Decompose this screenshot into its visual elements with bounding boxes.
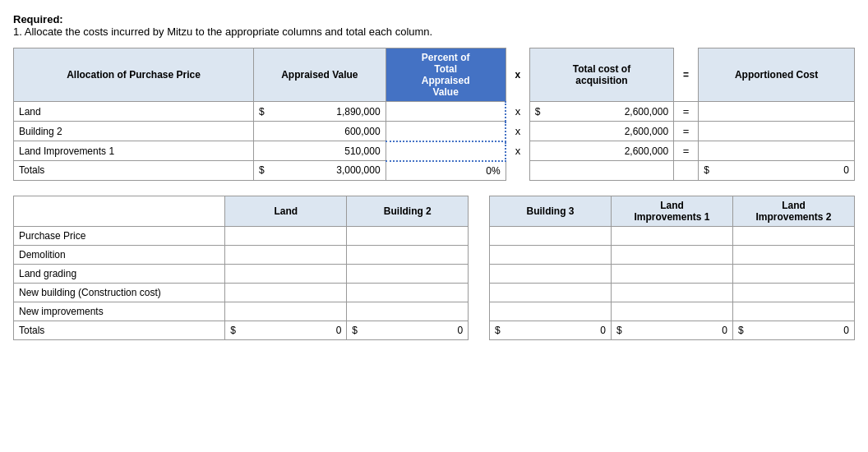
nb-building2[interactable] — [347, 283, 469, 302]
appraised-total: $ 3,000,000 — [254, 161, 386, 181]
nb-land-imp1[interactable] — [611, 283, 732, 302]
total-cost-total — [529, 161, 673, 181]
bottom-table: Land Building 2 Building 3 Land Improvem… — [13, 196, 855, 340]
ni-building3[interactable] — [490, 302, 612, 321]
instructions: Required: 1. Allocate the costs incurred… — [13, 13, 855, 38]
col-header-percent: Percent of Total Appraised Value — [386, 48, 506, 102]
dem-building2[interactable] — [347, 245, 469, 264]
x-building2: x — [506, 122, 529, 141]
ni-land[interactable] — [225, 302, 347, 321]
table-row: New improvements — [14, 302, 855, 321]
nb-building3[interactable] — [490, 283, 612, 302]
empty-cell — [469, 302, 490, 321]
row-new-building: New building (Construction cost) — [14, 283, 225, 302]
col-header-alloc: Allocation of Purchase Price — [14, 48, 254, 102]
percent-land-imp1[interactable] — [386, 141, 506, 161]
row-purchase-price: Purchase Price — [14, 226, 225, 245]
row-label-land-imp1: Land Improvements 1 — [14, 141, 254, 161]
apportioned-building2[interactable] — [699, 122, 855, 141]
lg-land-imp1[interactable] — [611, 264, 732, 283]
pp-land-imp2[interactable] — [732, 226, 854, 245]
table-row: Land $ 1,890,000 x $ 2,600,000 = — [14, 102, 855, 122]
total-land-imp1: $0 — [611, 321, 732, 339]
bottom-col-header-land: Land — [225, 196, 347, 226]
percent-land[interactable] — [386, 102, 506, 122]
row-totals-bottom: Totals — [14, 321, 225, 339]
ni-land-imp1[interactable] — [611, 302, 732, 321]
total-cost-land: $ 2,600,000 — [529, 102, 673, 122]
equals-land: = — [674, 102, 699, 122]
appraised-land: $ 1,890,000 — [254, 102, 386, 122]
table-row: Building 2 600,000 x 2,600,000 = — [14, 122, 855, 141]
col-header-apportioned: Apportioned Cost — [699, 48, 855, 102]
appraised-land-imp1: 510,000 — [254, 141, 386, 161]
dem-land-imp2[interactable] — [732, 245, 854, 264]
row-new-improvements: New improvements — [14, 302, 225, 321]
equals-land-imp1: = — [674, 141, 699, 161]
dem-land[interactable] — [225, 245, 347, 264]
col-header-appraised: Appraised Value — [254, 48, 386, 102]
bottom-col-header-building2: Building 2 — [347, 196, 469, 226]
row-land-grading: Land grading — [14, 264, 225, 283]
empty-cell — [469, 283, 490, 302]
dem-building3[interactable] — [490, 245, 612, 264]
row-demolition: Demolition — [14, 245, 225, 264]
empty-cell — [469, 264, 490, 283]
top-table: Allocation of Purchase Price Appraised V… — [13, 48, 855, 181]
bottom-col-header-empty — [14, 196, 225, 226]
ni-building2[interactable] — [347, 302, 469, 321]
total-building2: $0 — [347, 321, 469, 339]
nb-land-imp2[interactable] — [732, 283, 854, 302]
row-label-building2: Building 2 — [14, 122, 254, 141]
table-row-totals-bottom: Totals $0 $0 $0 $0 $0 — [14, 321, 855, 339]
col-header-equals: = — [674, 48, 699, 102]
table-row: New building (Construction cost) — [14, 283, 855, 302]
ni-land-imp2[interactable] — [732, 302, 854, 321]
percent-building2[interactable] — [386, 122, 506, 141]
apportioned-total: $ 0 — [699, 161, 855, 181]
pp-land-imp1[interactable] — [611, 226, 732, 245]
nb-land[interactable] — [225, 283, 347, 302]
table-row: Land Improvements 1 510,000 x 2,600,000 … — [14, 141, 855, 161]
bottom-col-header-empty2 — [469, 196, 490, 226]
x-total — [506, 161, 529, 181]
row-label-land: Land — [14, 102, 254, 122]
apportioned-land-imp1[interactable] — [699, 141, 855, 161]
empty-cell — [469, 245, 490, 264]
lg-land[interactable] — [225, 264, 347, 283]
total-cost-building2: 2,600,000 — [529, 122, 673, 141]
apportioned-land[interactable] — [699, 102, 855, 122]
total-cost-land-imp1: 2,600,000 — [529, 141, 673, 161]
lg-building3[interactable] — [490, 264, 612, 283]
table-row: Land grading — [14, 264, 855, 283]
lg-land-imp2[interactable] — [732, 264, 854, 283]
pp-building3[interactable] — [490, 226, 612, 245]
bottom-col-header-land-imp1: Land Improvements 1 — [611, 196, 732, 226]
percent-total: 0% — [386, 161, 506, 181]
bottom-col-header-land-imp2: Land Improvements 2 — [732, 196, 854, 226]
pp-land[interactable] — [225, 226, 347, 245]
total-land-imp2: $0 — [732, 321, 854, 339]
row-label-totals: Totals — [14, 161, 254, 181]
total-land: $0 — [225, 321, 347, 339]
empty-cell — [469, 226, 490, 245]
lg-building2[interactable] — [347, 264, 469, 283]
x-land: x — [506, 102, 529, 122]
instructions-line2: 1. Allocate the costs incurred by Mitzu … — [13, 25, 432, 38]
pp-building2[interactable] — [347, 226, 469, 245]
x-land-imp1: x — [506, 141, 529, 161]
instructions-line1: Required: — [13, 13, 63, 25]
table-row: Purchase Price — [14, 226, 855, 245]
dem-land-imp1[interactable] — [611, 245, 732, 264]
appraised-building2: 600,000 — [254, 122, 386, 141]
equals-total — [674, 161, 699, 181]
col-header-total-cost: Total cost of acquisition — [529, 48, 673, 102]
equals-building2: = — [674, 122, 699, 141]
total-building3: $0 — [490, 321, 612, 339]
table-row: Demolition — [14, 245, 855, 264]
col-header-x: x — [506, 48, 529, 102]
bottom-col-header-building3: Building 3 — [490, 196, 612, 226]
table-row-totals: Totals $ 3,000,000 0% $ 0 — [14, 161, 855, 181]
empty-cell — [469, 321, 490, 339]
